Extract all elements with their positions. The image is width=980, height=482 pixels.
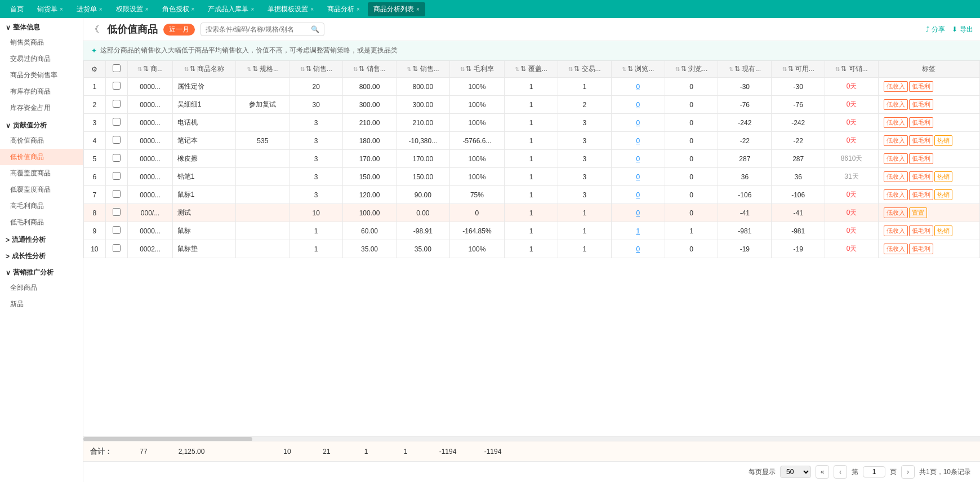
export-button[interactable]: ⬇ 导出 <box>952 25 973 34</box>
col-sale-price[interactable]: ⇅ 销售... <box>343 61 397 78</box>
view-count-link[interactable]: 0 <box>636 83 640 91</box>
sidebar-item-category-sales[interactable]: 商品分类销售率 <box>0 67 83 83</box>
sidebar-item-low-value[interactable]: 低价值商品 <box>0 149 83 165</box>
col-view2[interactable]: ⇅ 浏览... <box>665 61 718 78</box>
nav-product-analysis[interactable]: 商品分析 × <box>322 2 366 16</box>
col-sale-qty[interactable]: ⇅ 销售... <box>289 61 343 78</box>
col-sellable[interactable]: ⇅ 可销... <box>825 61 879 78</box>
row-view1[interactable]: 0 <box>611 114 665 132</box>
col-checkbox[interactable] <box>105 61 128 78</box>
view-count-link[interactable]: 0 <box>636 173 640 181</box>
col-trade[interactable]: ⇅ 交易... <box>558 61 611 78</box>
row-select-checkbox[interactable] <box>113 118 121 126</box>
sidebar-item-stock-funds[interactable]: 库存资金占用 <box>0 100 83 116</box>
row-checkbox[interactable] <box>105 96 128 114</box>
close-icon[interactable]: × <box>60 6 63 12</box>
row-select-checkbox[interactable] <box>113 244 121 252</box>
nav-stock-in[interactable]: 产成品入库单 × <box>202 2 260 16</box>
col-sale-amount[interactable]: ⇅ 销售... <box>396 61 449 78</box>
close-icon[interactable]: × <box>416 6 420 12</box>
nav-purchase[interactable]: 进货单 × <box>71 2 108 16</box>
settings-icon[interactable]: ⚙ <box>91 65 97 73</box>
row-select-checkbox[interactable] <box>113 208 121 216</box>
row-select-checkbox[interactable] <box>113 226 121 234</box>
sidebar-item-traded-goods[interactable]: 交易过的商品 <box>0 51 83 67</box>
col-current[interactable]: ⇅ 现有... <box>718 61 772 78</box>
row-select-checkbox[interactable] <box>113 136 121 144</box>
view-count-link[interactable]: 0 <box>636 137 640 145</box>
row-checkbox[interactable] <box>105 150 128 168</box>
sidebar-item-all-goods[interactable]: 全部商品 <box>0 280 83 296</box>
nav-template[interactable]: 单据模板设置 × <box>262 2 319 16</box>
search-box[interactable]: 🔍 <box>201 23 324 36</box>
row-select-checkbox[interactable] <box>113 100 121 108</box>
next-page-button[interactable]: › <box>901 465 915 479</box>
close-icon[interactable]: × <box>145 6 149 12</box>
view-count-link[interactable]: 0 <box>636 155 640 163</box>
nav-product-analysis-list[interactable]: 商品分析列表 × <box>368 2 425 16</box>
row-view1[interactable]: 0 <box>611 168 665 186</box>
first-page-button[interactable]: « <box>816 465 829 479</box>
col-available[interactable]: ⇅ 可用... <box>772 61 825 78</box>
row-checkbox[interactable] <box>105 132 128 150</box>
search-icon[interactable]: 🔍 <box>311 25 319 33</box>
row-checkbox[interactable] <box>105 168 128 186</box>
nav-sales[interactable]: 销货单 × <box>32 2 69 16</box>
sidebar-item-new-goods[interactable]: 新品 <box>0 296 83 312</box>
page-number-input[interactable] <box>863 466 885 477</box>
time-filter-button[interactable]: 近一月 <box>163 24 195 36</box>
select-all-checkbox[interactable] <box>113 64 121 72</box>
row-select-checkbox[interactable] <box>113 172 121 180</box>
per-page-select[interactable]: 50 100 <box>780 466 811 478</box>
nav-permissions[interactable]: 权限设置 × <box>110 2 154 16</box>
collapse-sidebar-button[interactable]: 《 <box>90 24 99 36</box>
close-icon[interactable]: × <box>99 6 103 12</box>
row-view1[interactable]: 1 <box>611 222 665 240</box>
row-view1[interactable]: 0 <box>611 78 665 96</box>
sidebar-item-high-value[interactable]: 高价值商品 <box>0 132 83 149</box>
col-spec[interactable]: ⇅ 规格... <box>236 61 289 78</box>
col-name[interactable]: ⇅ 商品名称 <box>172 61 236 78</box>
sidebar-section-contribution[interactable]: ∨ 贡献值分析 <box>0 116 83 132</box>
col-code[interactable]: ⇅ 商... <box>128 61 173 78</box>
row-view1[interactable]: 0 <box>611 150 665 168</box>
sidebar-section-growth[interactable]: > 成长性分析 <box>0 247 83 263</box>
sidebar-item-sales-goods[interactable]: 销售类商品 <box>0 34 83 51</box>
view-count-link[interactable]: 0 <box>636 119 640 127</box>
close-icon[interactable]: × <box>357 6 360 12</box>
row-view1[interactable]: 0 <box>611 204 665 222</box>
row-checkbox[interactable] <box>105 78 128 96</box>
col-margin[interactable]: ⇅ 毛利率 <box>449 61 504 78</box>
horizontal-scrollbar[interactable] <box>83 436 980 441</box>
row-checkbox[interactable] <box>105 222 128 240</box>
close-icon[interactable]: × <box>191 6 195 12</box>
view-count-link[interactable]: 0 <box>636 101 640 109</box>
col-coverage[interactable]: ⇅ 覆盖... <box>505 61 558 78</box>
sidebar-item-stocked-goods[interactable]: 有库存的商品 <box>0 83 83 100</box>
prev-page-button[interactable]: ‹ <box>834 465 847 479</box>
sidebar-item-low-margin[interactable]: 低毛利商品 <box>0 214 83 231</box>
row-checkbox[interactable] <box>105 204 128 222</box>
share-button[interactable]: ⤴ 分享 <box>926 25 945 34</box>
sidebar-section-circulation[interactable]: > 流通性分析 <box>0 231 83 247</box>
sidebar-section-overall[interactable]: ∨ 整体信息 <box>0 18 83 34</box>
row-select-checkbox[interactable] <box>113 82 121 90</box>
nav-home[interactable]: 首页 <box>5 2 29 16</box>
close-icon[interactable]: × <box>251 6 254 12</box>
row-view1[interactable]: 0 <box>611 240 665 258</box>
row-checkbox[interactable] <box>105 186 128 204</box>
col-settings[interactable]: ⚙ <box>84 61 106 78</box>
row-select-checkbox[interactable] <box>113 154 121 162</box>
sidebar-item-low-coverage[interactable]: 低覆盖度商品 <box>0 182 83 198</box>
nav-roles[interactable]: 角色授权 × <box>157 2 201 16</box>
row-view1[interactable]: 0 <box>611 132 665 150</box>
row-checkbox[interactable] <box>105 240 128 258</box>
view-count-link[interactable]: 0 <box>636 245 640 253</box>
close-icon[interactable]: × <box>310 6 314 12</box>
sidebar-item-high-coverage[interactable]: 高覆盖度商品 <box>0 165 83 182</box>
row-view1[interactable]: 0 <box>611 186 665 204</box>
row-view1[interactable]: 0 <box>611 96 665 114</box>
row-checkbox[interactable] <box>105 114 128 132</box>
view-count-link[interactable]: 0 <box>636 191 640 199</box>
row-select-checkbox[interactable] <box>113 190 121 198</box>
